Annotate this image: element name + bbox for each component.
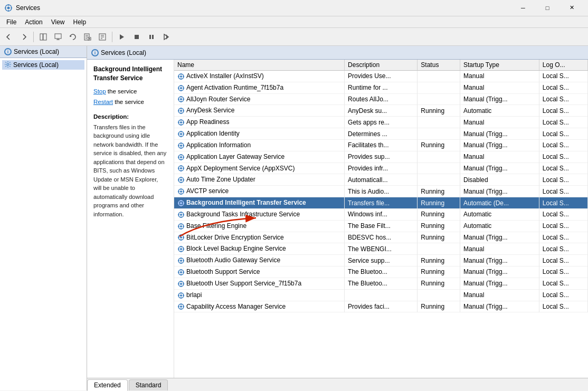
cell-startup-type: Manual: [460, 243, 539, 255]
cell-startup-type: Manual (Trigg...: [460, 139, 539, 151]
maximize-button[interactable]: □: [535, 0, 559, 16]
service-gear-icon: [177, 234, 185, 241]
cell-description: Transfers file...: [345, 197, 418, 209]
minimize-button[interactable]: ─: [511, 0, 535, 16]
svg-point-46: [180, 98, 182, 100]
menu-view[interactable]: View: [47, 17, 69, 27]
svg-rect-8: [55, 34, 61, 39]
cell-logon: Local S...: [539, 93, 587, 105]
restart-service-button[interactable]: [159, 30, 173, 44]
menu-help[interactable]: Help: [69, 17, 91, 27]
cell-description: Runtime for ...: [345, 82, 418, 93]
service-name-text: Background Tasks Infrastructure Service: [186, 211, 300, 218]
svg-point-34: [180, 75, 182, 78]
table-row[interactable]: Bluetooth Audio Gateway ServiceService s…: [174, 255, 588, 266]
cell-description: The Bluetoo...: [345, 278, 418, 289]
cell-description: Provides sup...: [345, 151, 418, 163]
left-panel-tree: Services (Local): [0, 58, 87, 72]
cell-description: Windows inf...: [345, 208, 418, 220]
cell-logon: Local S...: [539, 117, 587, 128]
table-row[interactable]: AppX Deployment Service (AppXSVC)Provide…: [174, 163, 588, 174]
properties-button[interactable]: [96, 30, 109, 44]
app-icon: [4, 4, 13, 12]
menu-file[interactable]: File: [2, 17, 21, 27]
col-header-status[interactable]: Status: [418, 60, 460, 71]
svg-point-40: [180, 87, 182, 89]
stop-text: the service: [106, 88, 137, 94]
show-hide-console-tree[interactable]: [36, 30, 50, 44]
cell-service-name: Block Level Backup Engine Service: [174, 243, 345, 255]
table-row[interactable]: Bluetooth Support ServiceThe Bluetoo...R…: [174, 266, 588, 278]
table-row[interactable]: AVCTP serviceThis is Audio...RunningManu…: [174, 186, 588, 197]
table-row[interactable]: BitLocker Drive Encryption ServiceBDESVC…: [174, 232, 588, 243]
cell-startup-type: Automatic: [460, 105, 539, 117]
service-name-text: Agent Activation Runtime_7f15b7a: [186, 84, 283, 91]
service-name-text: Bluetooth Support Service: [186, 268, 260, 275]
tab-standard[interactable]: Standard: [129, 379, 168, 390]
col-header-desc[interactable]: Description: [345, 60, 418, 71]
cell-startup-type: Manual: [460, 289, 539, 301]
cell-status: [418, 151, 460, 163]
cell-startup-type: Manual (Trigg...: [460, 266, 539, 278]
table-row[interactable]: Application IdentityDetermines ...Manual…: [174, 128, 588, 140]
table-row[interactable]: Application Layer Gateway ServiceProvide…: [174, 151, 588, 163]
close-button[interactable]: ✕: [559, 0, 584, 16]
table-row[interactable]: AnyDesk ServiceAnyDesk su...RunningAutom…: [174, 105, 588, 117]
cell-startup-type: Manual (Trigg...: [460, 186, 539, 197]
services-table: Name Description Status Startup Type Log…: [174, 60, 588, 312]
cell-status: Running: [418, 301, 460, 312]
table-row[interactable]: brlapiManualLocal S...: [174, 289, 588, 301]
table-row[interactable]: Base Filtering EngineThe Base Filt...Run…: [174, 220, 588, 232]
svg-point-148: [180, 294, 182, 297]
back-button[interactable]: [2, 30, 16, 44]
service-name-text: AppX Deployment Service (AppXSVC): [186, 165, 295, 172]
cell-logon: Local S...: [539, 163, 587, 174]
table-row[interactable]: Background Tasks Infrastructure ServiceW…: [174, 208, 588, 220]
table-row[interactable]: Application InformationFacilitates th...…: [174, 139, 588, 151]
svg-rect-23: [135, 35, 139, 39]
cell-description: Facilitates th...: [345, 139, 418, 151]
svg-point-130: [180, 260, 182, 262]
refresh-button[interactable]: [66, 30, 80, 44]
table-row[interactable]: Agent Activation Runtime_7f15b7aRuntime …: [174, 82, 588, 93]
tree-item-services-local[interactable]: Services (Local): [2, 60, 84, 70]
tab-extended[interactable]: Extended: [87, 379, 128, 391]
cell-service-name: ActiveX Installer (AxInstSV): [174, 71, 345, 82]
cell-service-name: BitLocker Drive Encryption Service: [174, 232, 345, 243]
col-header-logon[interactable]: Log O...: [539, 60, 587, 71]
toolbar-separator-1: [33, 32, 34, 42]
restart-link[interactable]: Restart: [93, 99, 113, 105]
service-gear-icon: [177, 269, 185, 276]
cell-status: [418, 163, 460, 174]
table-row[interactable]: Bluetooth User Support Service_7f15b7aTh…: [174, 278, 588, 289]
menu-action[interactable]: Action: [21, 17, 46, 27]
stop-service-button[interactable]: [130, 30, 144, 44]
start-service-button[interactable]: [115, 30, 129, 44]
col-header-startup[interactable]: Startup Type: [460, 60, 539, 71]
cell-logon: Local S...: [539, 243, 587, 255]
svg-point-154: [180, 306, 182, 308]
cell-description: BDESVC hos...: [345, 232, 418, 243]
up-button[interactable]: [51, 30, 65, 44]
cell-logon: Local S...: [539, 208, 587, 220]
cell-status: Running: [418, 266, 460, 278]
table-row[interactable]: Auto Time Zone UpdaterAutomaticall...Dis…: [174, 174, 588, 186]
table-row[interactable]: Capability Access Manager ServiceProvide…: [174, 301, 588, 312]
stop-link[interactable]: Stop: [93, 88, 106, 94]
forward-button[interactable]: [17, 30, 31, 44]
table-row[interactable]: Background Intelligent Transfer ServiceT…: [174, 197, 588, 209]
table-row[interactable]: App ReadinessGets apps re...ManualLocal …: [174, 117, 588, 128]
svg-point-100: [180, 202, 182, 204]
export-button[interactable]: [81, 30, 94, 44]
service-name-text: App Readiness: [186, 118, 229, 126]
col-header-name[interactable]: Name: [174, 60, 345, 71]
service-gear-icon: [177, 188, 185, 195]
cell-logon: Local S...: [539, 197, 587, 209]
services-table-container[interactable]: Name Description Status Startup Type Log…: [174, 60, 588, 378]
table-row[interactable]: AllJoyn Router ServiceRoutes AllJo...Man…: [174, 93, 588, 105]
cell-logon: Local S...: [539, 255, 587, 266]
pause-service-button[interactable]: [145, 30, 158, 44]
service-name-text: AllJoyn Router Service: [186, 96, 250, 103]
table-row[interactable]: ActiveX Installer (AxInstSV)Provides Use…: [174, 71, 588, 82]
table-row[interactable]: Block Level Backup Engine ServiceThe WBE…: [174, 243, 588, 255]
